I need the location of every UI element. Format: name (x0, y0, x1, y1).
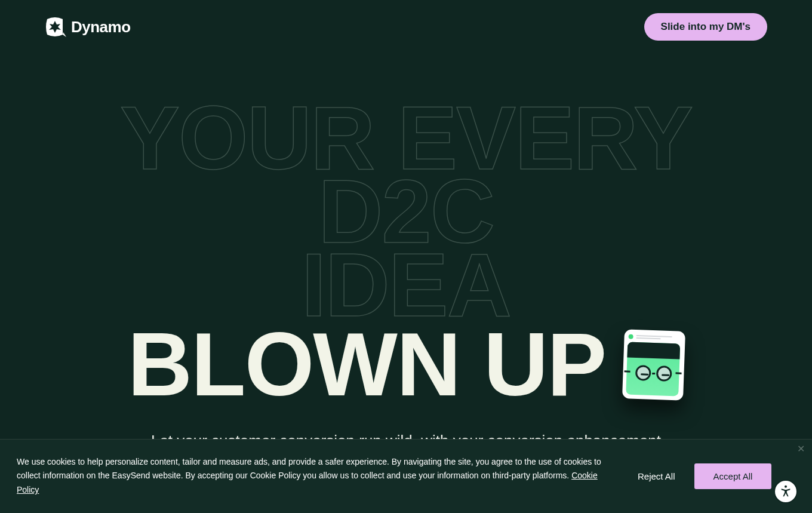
close-icon: ✕ (797, 444, 805, 454)
cookie-text: We use cookies to help personalize conte… (17, 455, 620, 497)
accept-all-button[interactable]: Accept All (694, 463, 772, 489)
hero-title-line2: IDEA (36, 248, 776, 322)
header: Dynamo Slide into my DM's (0, 0, 812, 54)
character-card-icon (622, 329, 685, 400)
hero-title-line1: YOUR EVERY D2C (36, 102, 776, 248)
cookie-actions: Reject All Accept All (638, 463, 771, 489)
cookie-banner: ✕ We use cookies to help personalize con… (0, 439, 812, 513)
hero-title-line3-container: BLOWN UP (36, 328, 776, 401)
reject-all-button[interactable]: Reject All (638, 471, 675, 481)
hero-title-line3: BLOWN UP (128, 328, 606, 401)
accessibility-icon (779, 484, 792, 499)
brand-logo[interactable]: Dynamo (45, 17, 131, 37)
brand-logo-icon (45, 17, 66, 37)
slide-dms-button[interactable]: Slide into my DM's (644, 13, 767, 41)
svg-point-0 (785, 485, 787, 487)
cookie-close-button[interactable]: ✕ (797, 444, 805, 454)
brand-name: Dynamo (71, 18, 131, 36)
hero-title: YOUR EVERY D2C IDEA BLOWN UP (36, 102, 776, 401)
accessibility-button[interactable] (774, 480, 798, 503)
cookie-message: We use cookies to help personalize conte… (17, 457, 601, 481)
